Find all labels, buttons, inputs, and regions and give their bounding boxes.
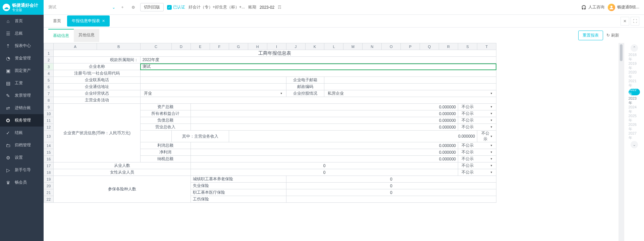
- company-input[interactable]: 测试: [140, 63, 496, 70]
- calendar-icon[interactable]: ☶: [278, 5, 281, 10]
- dropdown[interactable]: 不公示▼: [460, 149, 495, 155]
- year-down-button[interactable]: ⌄: [631, 141, 638, 148]
- sub-tab-1[interactable]: 其他信息: [74, 29, 99, 42]
- year-option[interactable]: 2027年: [629, 132, 640, 139]
- metric-value[interactable]: 0.000000: [191, 149, 458, 156]
- col-header[interactable]: B: [97, 43, 140, 50]
- dropdown[interactable]: 不公示▼: [479, 131, 495, 142]
- postcode-input[interactable]: [324, 84, 496, 90]
- sidebar-item-4[interactable]: ▣固定资产: [0, 64, 44, 77]
- female-value[interactable]: 0: [191, 169, 458, 176]
- dropdown[interactable]: 不公示▼: [460, 163, 495, 168]
- col-header[interactable]: T: [477, 43, 496, 50]
- sidebar-item-0[interactable]: ⌂首页: [0, 15, 44, 27]
- sidebar-item-10[interactable]: 🗀归档管理: [0, 139, 44, 151]
- metric-value[interactable]: 0.000000: [191, 104, 458, 110]
- col-header[interactable]: R: [439, 43, 458, 50]
- col-header[interactable]: J: [286, 43, 305, 50]
- col-header[interactable]: Q: [420, 43, 439, 50]
- year-option[interactable]: 2024年: [629, 106, 640, 113]
- close-tab-button[interactable]: ✕: [621, 17, 629, 26]
- sub-tab-0[interactable]: 基础信息: [48, 29, 74, 42]
- col-header[interactable]: L: [324, 43, 343, 50]
- col-header[interactable]: P: [401, 43, 420, 50]
- gear-icon[interactable]: ⚙: [129, 4, 137, 11]
- spreadsheet[interactable]: ABCDEFGHIJKLMNOPQRST1工商年报信息表2税款所属期间：2022…: [44, 43, 624, 241]
- insure-value[interactable]: 0: [286, 189, 496, 196]
- sidebar-item-3[interactable]: ◔资金管理: [0, 52, 44, 64]
- user-chip[interactable]: 畅捷通B组...: [608, 4, 639, 11]
- period-value[interactable]: 2023-02: [260, 5, 274, 10]
- addr-input[interactable]: [140, 84, 286, 90]
- dropdown[interactable]: 不公示▼: [460, 111, 495, 116]
- help-button[interactable]: 🎧 人工咨询: [581, 4, 604, 10]
- year-up-button[interactable]: ⌃: [631, 44, 638, 52]
- add-button[interactable]: ＋: [119, 4, 126, 11]
- org-selector[interactable]: 测试 ⌄: [48, 3, 115, 12]
- sidebar-item-2[interactable]: ⇡报表中心: [0, 40, 44, 52]
- col-header[interactable]: I: [267, 43, 286, 50]
- email-input[interactable]: [324, 77, 496, 84]
- sidebar-item-5[interactable]: ▤工资: [0, 77, 44, 89]
- year-option[interactable]: 2025年: [629, 115, 640, 122]
- sidebar-item-13[interactable]: ♛畅会员: [0, 176, 44, 189]
- col-header[interactable]: A: [53, 43, 97, 50]
- insure-value[interactable]: 0: [286, 176, 496, 183]
- col-header[interactable]: [44, 43, 54, 50]
- dropdown[interactable]: 不公示▼: [460, 124, 495, 130]
- dropdown[interactable]: 不公示▼: [460, 104, 495, 110]
- insure-value[interactable]: 0: [286, 183, 496, 189]
- col-header[interactable]: H: [248, 43, 267, 50]
- year-option[interactable]: 2026年: [629, 124, 640, 130]
- year-option[interactable]: 2018年: [629, 54, 640, 60]
- dropdown[interactable]: 不公示▼: [460, 156, 495, 162]
- col-header[interactable]: C: [140, 43, 171, 50]
- metric-value[interactable]: 0.000000: [191, 156, 458, 162]
- dropdown[interactable]: 不公示▼: [460, 170, 495, 175]
- sidebar-item-6[interactable]: ✎发票管理: [0, 89, 44, 102]
- col-header[interactable]: F: [210, 43, 229, 50]
- tel-input[interactable]: [140, 77, 286, 84]
- col-header[interactable]: S: [458, 43, 477, 50]
- emp-value[interactable]: 0: [191, 162, 458, 169]
- metric-value[interactable]: 0.000000: [191, 142, 458, 149]
- reg-input[interactable]: [140, 70, 496, 77]
- col-header[interactable]: G: [229, 43, 248, 50]
- reset-report-button[interactable]: 重置报表: [578, 31, 603, 40]
- sidebar-item-11[interactable]: ⚙设置: [0, 151, 44, 164]
- col-header[interactable]: O: [382, 43, 401, 50]
- fullscreen-button[interactable]: ⛶: [631, 17, 639, 26]
- year-option[interactable]: 2022年: [629, 89, 640, 95]
- brand-logo[interactable]: ☁ 畅捷通好会计 专业版: [0, 0, 44, 15]
- metric-value[interactable]: 0.000000: [191, 124, 458, 131]
- col-header[interactable]: E: [191, 43, 210, 50]
- close-icon[interactable]: ✕: [102, 19, 105, 23]
- sidebar-item-8[interactable]: ✪税务管理: [0, 114, 44, 127]
- metric-value[interactable]: 0.000000: [229, 131, 477, 142]
- sidebar-item-12[interactable]: ▷新手引导: [0, 164, 44, 176]
- dropdown[interactable]: 不公示▼: [460, 143, 495, 148]
- col-header[interactable]: K: [305, 43, 324, 50]
- sidebar-item-1[interactable]: ☰总账: [0, 27, 44, 40]
- metric-value[interactable]: 0.000000: [191, 110, 458, 117]
- main-biz-input[interactable]: [140, 97, 496, 104]
- insure-value[interactable]: [286, 196, 496, 203]
- sidebar-item-9[interactable]: ✓结账: [0, 127, 44, 139]
- col-header[interactable]: M: [343, 43, 363, 50]
- dropdown[interactable]: 私营企业▼: [326, 91, 495, 96]
- scrollbar[interactable]: [619, 43, 624, 241]
- dropdown[interactable]: 不公示▼: [460, 117, 495, 123]
- switch-old-version-button[interactable]: 切到旧版: [140, 3, 164, 11]
- col-header[interactable]: N: [363, 43, 382, 50]
- page-tab-0[interactable]: 首页: [48, 15, 66, 27]
- col-header[interactable]: D: [171, 43, 191, 50]
- year-option[interactable]: 2019年: [629, 62, 640, 69]
- dropdown[interactable]: 开业▼: [142, 91, 285, 96]
- year-option[interactable]: 2023年: [629, 97, 640, 104]
- sidebar-item-7[interactable]: ⇄进销台账: [0, 102, 44, 114]
- refresh-button[interactable]: ↻ 刷新: [606, 33, 619, 38]
- metric-value[interactable]: 0.000000: [191, 117, 458, 124]
- page-tab-1[interactable]: 年报信息申报表✕: [67, 15, 110, 27]
- year-option[interactable]: 2021年: [629, 80, 640, 87]
- year-option[interactable]: 2020年: [629, 71, 640, 78]
